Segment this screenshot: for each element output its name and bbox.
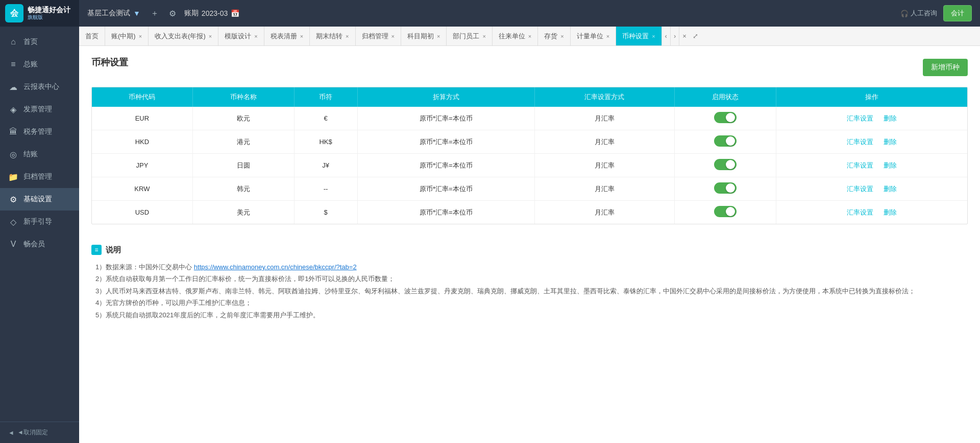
tab-interim-close[interactable]: × <box>139 33 142 39</box>
tab-template[interactable]: 模版设计 × <box>218 27 264 45</box>
tab-template-close[interactable]: × <box>254 33 257 39</box>
rate-setting-link-3[interactable]: 汇率设置 <box>847 185 873 193</box>
cell-action-0: 汇率设置 删除 <box>776 107 967 130</box>
tab-unit[interactable]: 计量单位 × <box>571 27 616 45</box>
toggle-status-0[interactable] <box>714 112 737 123</box>
cell-rate-type-0: 月汇率 <box>535 107 675 130</box>
pin-icon: ◄ <box>8 429 14 436</box>
tab-home[interactable]: 首页 <box>79 27 105 45</box>
delete-link-3[interactable]: 删除 <box>884 185 897 193</box>
sidebar: 会 畅捷通好会计 旗舰版 ⌂ 首页 ≡ 总账 ☁ 云报表中心 ◈ 发票管理 🏛 … <box>0 0 79 443</box>
toggle-status-1[interactable] <box>714 135 737 147</box>
tab-tax-close[interactable]: × <box>300 33 303 39</box>
note-link[interactable]: https://www.chinamoney.com.cn/chinese/bk… <box>194 263 357 271</box>
sidebar-item-tax[interactable]: 🏛 税务管理 <box>0 121 79 143</box>
delete-link-0[interactable]: 删除 <box>884 114 897 122</box>
table-row: HKD 港元 HK$ 原币*汇率=本位币 月汇率 汇率设置 删除 <box>92 130 967 154</box>
tab-dept-staff[interactable]: 部门员工 × <box>447 27 492 45</box>
cell-action-4: 汇率设置 删除 <box>776 201 967 224</box>
sidebar-item-newbie-guide[interactable]: ◇ 新手引导 <box>0 211 79 233</box>
tabbar-expand[interactable]: ⤢ <box>690 27 701 45</box>
rate-setting-link-2[interactable]: 汇率设置 <box>847 161 873 169</box>
add-tab-button[interactable]: ＋ <box>149 6 161 21</box>
tab-unit-label: 计量单位 <box>577 32 603 41</box>
sidebar-item-archive[interactable]: 📁 归档管理 <box>0 166 79 188</box>
delete-link-2[interactable]: 删除 <box>884 161 897 169</box>
tab-counterparty[interactable]: 往来单位 × <box>493 27 538 45</box>
tab-inventory[interactable]: 存货 × <box>538 27 570 45</box>
user-role-button[interactable]: 会计 <box>943 5 972 21</box>
rate-setting-link-1[interactable]: 汇率设置 <box>847 138 873 146</box>
sidebar-item-invoices[interactable]: ◈ 发票管理 <box>0 98 79 121</box>
tab-counterparty-close[interactable]: × <box>528 33 531 39</box>
company-selector[interactable]: 基层工会测试 ▼ <box>87 9 140 18</box>
tabbar-prev[interactable]: ‹ <box>662 27 671 45</box>
settings-config-button[interactable]: ⚙ <box>167 7 178 20</box>
ledger-icon: ≡ <box>8 59 18 69</box>
sidebar-item-settlement[interactable]: ◎ 结账 <box>0 143 79 166</box>
tab-tax-clear[interactable]: 税表清册 × <box>264 27 310 45</box>
topbar-actions: ＋ ⚙ <box>149 6 178 21</box>
tab-subjects[interactable]: 科目期初 × <box>401 27 447 45</box>
rate-setting-link-4[interactable]: 汇率设置 <box>847 208 873 216</box>
tab-period-label: 期末结转 <box>316 32 342 41</box>
cell-action-3: 汇率设置 删除 <box>776 177 967 201</box>
currency-table: 币种代码 币种名称 币符 折算方式 汇率设置方式 启用状态 操作 EUR 欧元 … <box>92 87 967 224</box>
tab-template-label: 模版设计 <box>225 32 251 41</box>
cell-status-4 <box>674 201 776 224</box>
company-dropdown-icon: ▼ <box>133 9 140 17</box>
tab-filing[interactable]: 归档管理 × <box>356 27 401 45</box>
delete-link-4[interactable]: 删除 <box>884 208 897 216</box>
sidebar-pin-toggle[interactable]: ◄ ◄取消固定 <box>0 422 79 443</box>
sidebar-item-general-ledger[interactable]: ≡ 总账 <box>0 53 79 76</box>
col-header-rate-type: 汇率设置方式 <box>535 87 675 107</box>
tab-income-close[interactable]: × <box>209 33 212 39</box>
calendar-icon[interactable]: 📅 <box>231 9 239 17</box>
tax-icon: 🏛 <box>8 127 18 137</box>
sidebar-label-settlement: 结账 <box>23 150 38 159</box>
tab-inventory-close[interactable]: × <box>560 33 564 39</box>
toggle-status-2[interactable] <box>714 159 737 170</box>
sidebar-item-basic-settings[interactable]: ⚙ 基础设置 <box>0 188 79 211</box>
table-row: KRW 韩元 -- 原币*汇率=本位币 月汇率 汇率设置 删除 <box>92 177 967 201</box>
tabbar-next[interactable]: › <box>671 27 679 45</box>
tab-income-report[interactable]: 收入支出表(年报) × <box>149 27 218 45</box>
tab-subjects-label: 科目期初 <box>407 32 434 41</box>
toggle-track-3 <box>714 182 737 194</box>
tab-currency-close[interactable]: × <box>652 33 655 39</box>
cell-method-0: 原币*汇率=本位币 <box>357 107 535 130</box>
home-icon: ⌂ <box>8 37 18 47</box>
tab-dept-label: 部门员工 <box>453 32 479 41</box>
note-item: 3）人民币对马来西亚林吉特、俄罗斯卢布、南非兰特、韩元、阿联酋迪拉姆、沙特里亚尔… <box>95 285 968 297</box>
tab-period-close[interactable]: × <box>346 33 349 39</box>
cell-symbol-3: -- <box>294 177 357 201</box>
cell-name-1: 港元 <box>192 130 294 154</box>
table-row: JPY 日圆 J¥ 原币*汇率=本位币 月汇率 汇率设置 删除 <box>92 154 967 177</box>
tab-subjects-close[interactable]: × <box>437 33 440 39</box>
cell-rate-type-1: 月汇率 <box>535 130 675 154</box>
delete-link-1[interactable]: 删除 <box>884 138 897 146</box>
sidebar-logo: 会 畅捷通好会计 旗舰版 <box>0 0 79 27</box>
tab-interim-label: 账(中期) <box>111 32 136 41</box>
toggle-status-3[interactable] <box>714 182 737 194</box>
tab-currency[interactable]: 币种设置 × <box>616 27 662 45</box>
sidebar-item-member[interactable]: V 畅会员 <box>0 233 79 255</box>
tab-income-label: 收入支出表(年报) <box>155 32 206 41</box>
sidebar-nav: ⌂ 首页 ≡ 总账 ☁ 云报表中心 ◈ 发票管理 🏛 税务管理 ◎ 结账 📁 归… <box>0 27 79 422</box>
rate-setting-link-0[interactable]: 汇率设置 <box>847 114 873 122</box>
settlement-icon: ◎ <box>8 149 18 159</box>
tab-filing-close[interactable]: × <box>391 33 395 39</box>
sidebar-item-home[interactable]: ⌂ 首页 <box>0 31 79 53</box>
tab-interim[interactable]: 账(中期) × <box>105 27 149 45</box>
new-currency-button[interactable]: 新增币种 <box>923 59 968 76</box>
settings-icon: ⚙ <box>8 194 18 204</box>
toggle-status-4[interactable] <box>714 206 737 217</box>
company-name: 基层工会测试 <box>87 9 130 18</box>
support-button[interactable]: 🎧 人工咨询 <box>900 9 937 18</box>
tab-period-end[interactable]: 期末结转 × <box>310 27 355 45</box>
cell-name-2: 日圆 <box>192 154 294 177</box>
sidebar-item-reports[interactable]: ☁ 云报表中心 <box>0 76 79 98</box>
tab-dept-close[interactable]: × <box>482 33 485 39</box>
tab-unit-close[interactable]: × <box>606 33 609 39</box>
tabbar-close-all[interactable]: × <box>679 27 690 45</box>
